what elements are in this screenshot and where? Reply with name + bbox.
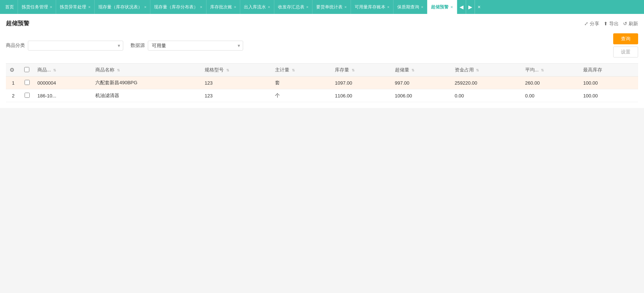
tab-inventory-dist[interactable]: 现存量（库存分布表） ×: [150, 0, 206, 14]
th-avg[interactable]: 平均... ⇅: [522, 64, 579, 77]
datasource-select[interactable]: 可用量 库存量: [148, 41, 243, 51]
header-actions: ⤢ 分享 ⬆ 导出 ↺ 刷新: [584, 21, 638, 27]
cell-product-name: 机油滤清器: [92, 89, 201, 102]
table-header-row: ⚙ 商品... ⇅ 商品名称 ⇅ 规格型号 ⇅ 主计量: [6, 64, 638, 77]
tab-close-available-stock[interactable]: ×: [387, 5, 389, 9]
tab-batch[interactable]: 库存批次账 ×: [206, 0, 240, 14]
cell-max-stock: 100.00: [579, 77, 638, 89]
tab-exception[interactable]: 拣货异常处理 ×: [56, 0, 94, 14]
cell-spec: 123: [201, 77, 271, 89]
page-header: 超储预警 ⤢ 分享 ⬆ 导出 ↺ 刷新: [6, 20, 638, 27]
select-all-checkbox[interactable]: [24, 67, 29, 72]
gear-settings-icon[interactable]: ⚙: [10, 67, 14, 73]
share-icon: ⤢: [584, 21, 588, 26]
filter-row: 商品分类 数据源 可用量 库存量 查询 设置: [6, 33, 638, 58]
th-check: [21, 64, 34, 77]
tab-available-stock[interactable]: 可用量库存账本 ×: [351, 0, 394, 14]
row-checkbox[interactable]: [25, 93, 30, 98]
cell-product-code: 0000004: [34, 77, 92, 89]
share-action[interactable]: ⤢ 分享: [584, 21, 599, 27]
cell-product-name: 六配套新昌490BPG: [92, 77, 201, 89]
table-row: 1 0000004 六配套新昌490BPG 123 套 1097.00 997.…: [6, 77, 638, 89]
export-action[interactable]: ⬆ 导出: [604, 21, 619, 27]
nav-more-button[interactable]: ×: [475, 0, 483, 14]
action-buttons: 查询 设置: [613, 33, 638, 58]
sort-overstock-icon: ⇅: [411, 68, 414, 72]
nav-next-button[interactable]: ▶: [466, 0, 475, 14]
sort-product-name-icon: ⇅: [117, 68, 120, 72]
cell-avg: 0.00: [522, 89, 579, 102]
cell-capital: 0.00: [451, 89, 522, 102]
sort-avg-icon: ⇅: [541, 68, 544, 72]
refresh-icon: ↺: [623, 21, 627, 26]
cell-unit: 个: [271, 89, 331, 102]
cell-stock: 1097.00: [331, 77, 391, 89]
tab-summary[interactable]: 收发存汇总表 ×: [274, 0, 312, 14]
sort-stock-icon: ⇅: [352, 68, 355, 72]
tab-close-inventory-status[interactable]: ×: [144, 5, 146, 9]
datasource-label: 数据源: [131, 42, 145, 49]
th-capital[interactable]: 资金占用 ⇅: [451, 64, 522, 77]
th-overstock[interactable]: 超储量 ⇅: [391, 64, 451, 77]
sort-product-code-icon: ⇅: [53, 68, 56, 72]
th-gear: ⚙: [6, 64, 21, 77]
tab-close-inventory-dist[interactable]: ×: [200, 5, 202, 9]
cell-overstock: 1006.00: [391, 89, 451, 102]
sort-spec-icon: ⇅: [226, 68, 229, 72]
datasource-select-wrapper: 可用量 库存量: [148, 41, 243, 51]
filter-group-datasource: 数据源 可用量 库存量: [131, 41, 243, 51]
th-product-name[interactable]: 商品名称 ⇅: [92, 64, 201, 77]
row-check-cell: [21, 77, 34, 89]
category-select[interactable]: [28, 41, 123, 51]
query-button[interactable]: 查询: [613, 33, 638, 44]
cell-capital: 259220.00: [451, 77, 522, 89]
row-num: 2: [6, 89, 21, 102]
tab-close-task-mgmt[interactable]: ×: [50, 5, 52, 9]
tab-task-mgmt[interactable]: 拣货任务管理 ×: [18, 0, 56, 14]
cell-spec: 123: [201, 89, 271, 102]
cell-avg: 260.00: [522, 77, 579, 89]
th-stock[interactable]: 库存量 ⇅: [331, 64, 391, 77]
tab-close-exception[interactable]: ×: [88, 5, 90, 9]
category-select-wrapper: [28, 41, 123, 51]
tab-close-expiry[interactable]: ×: [421, 5, 423, 9]
sort-unit-icon: ⇅: [292, 68, 295, 72]
tab-close-summary[interactable]: ×: [306, 5, 308, 9]
page-title: 超储预警: [6, 20, 29, 27]
row-check-cell: [21, 89, 34, 102]
tab-close-flow[interactable]: ×: [268, 5, 270, 9]
cell-max-stock: 100.00: [579, 89, 638, 102]
tab-home[interactable]: 首页: [1, 0, 18, 14]
nav-prev-button[interactable]: ◀: [457, 0, 466, 14]
page-content: 超储预警 ⤢ 分享 ⬆ 导出 ↺ 刷新 商品分类: [0, 14, 644, 108]
cell-product-code: 186-10...: [34, 89, 92, 102]
data-table: ⚙ 商品... ⇅ 商品名称 ⇅ 规格型号 ⇅ 主计量: [6, 63, 638, 102]
tab-overstock[interactable]: 超储预警 ×: [427, 0, 457, 14]
row-checkbox[interactable]: [25, 80, 30, 85]
export-icon: ⬆: [604, 21, 608, 26]
tab-inventory-status[interactable]: 现存量（库存状况表） ×: [95, 0, 150, 14]
refresh-action[interactable]: ↺ 刷新: [623, 21, 638, 27]
category-label: 商品分类: [6, 42, 25, 49]
settings-button[interactable]: 设置: [613, 47, 638, 58]
cell-overstock: 997.00: [391, 77, 451, 89]
tab-close-overstock[interactable]: ×: [450, 5, 453, 9]
row-num: 1: [6, 77, 21, 89]
tab-close-requisition[interactable]: ×: [344, 5, 347, 9]
th-unit[interactable]: 主计量 ⇅: [271, 64, 331, 77]
th-max-stock[interactable]: 最高库存: [579, 64, 638, 77]
filter-group-category: 商品分类: [6, 41, 123, 51]
cell-unit: 套: [271, 77, 331, 89]
tab-flow[interactable]: 出入库流水 ×: [240, 0, 274, 14]
topbar: 首页 拣货任务管理 × 拣货异常处理 × 现存量（库存状况表） × 现存量（库存…: [0, 0, 644, 14]
tab-close-batch[interactable]: ×: [234, 5, 236, 9]
table-row: 2 186-10... 机油滤清器 123 个 1106.00 1006.00 …: [6, 89, 638, 102]
cell-stock: 1106.00: [331, 89, 391, 102]
sort-capital-icon: ⇅: [476, 68, 479, 72]
th-spec[interactable]: 规格型号 ⇅: [201, 64, 271, 77]
tab-expiry[interactable]: 保质期查询 ×: [394, 0, 427, 14]
th-product-code[interactable]: 商品... ⇅: [34, 64, 92, 77]
tab-requisition[interactable]: 要货单统计表 ×: [312, 0, 351, 14]
